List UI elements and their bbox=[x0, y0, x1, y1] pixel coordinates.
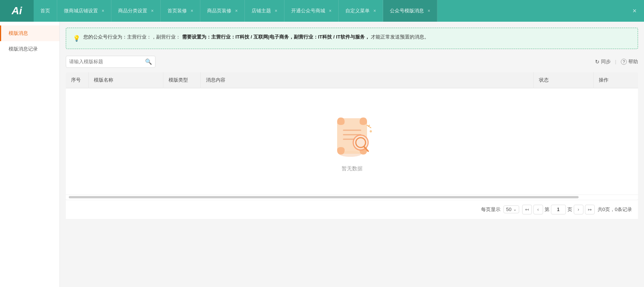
toolbar-divider: | bbox=[615, 59, 616, 64]
sidebar-item-template-message[interactable]: 模版消息 bbox=[0, 25, 59, 41]
close-all-tabs-button[interactable]: × bbox=[625, 7, 644, 15]
notice-banner: 💡 您的公众号行业为：主营行业：，副营行业： 需要设置为：主营行业：IT科技 /… bbox=[66, 28, 638, 49]
sidebar-item-template-message-record[interactable]: 模版消息记录 bbox=[0, 41, 59, 57]
col-status: 状态 bbox=[533, 72, 593, 88]
chevron-down-icon: ⌄ bbox=[513, 207, 517, 212]
page-label-suffix: 页 bbox=[567, 206, 572, 213]
col-name: 模版名称 bbox=[88, 72, 163, 88]
page-nav: ↤ ‹ 第 页 › ↦ bbox=[522, 205, 595, 214]
empty-state: 暂无数据 bbox=[66, 88, 638, 195]
tab-open-mall[interactable]: 开通公众号商城 × bbox=[284, 0, 339, 22]
sidebar: 模版消息 模版消息记录 bbox=[0, 22, 60, 287]
col-content: 消息内容 bbox=[200, 72, 533, 88]
search-icon[interactable]: 🔍 bbox=[145, 58, 152, 65]
col-type: 模版类型 bbox=[163, 72, 200, 88]
page-size-value: 50 bbox=[506, 207, 511, 212]
svg-point-9 bbox=[370, 130, 372, 132]
tab-close-home-decoration[interactable]: × bbox=[191, 8, 193, 13]
tab-shop-settings[interactable]: 微商城店铺设置 × bbox=[57, 0, 111, 22]
tab-close-template-message[interactable]: × bbox=[428, 8, 430, 13]
data-table: 序号 模版名称 模版类型 消息内容 状态 操作 bbox=[66, 72, 638, 200]
tab-close-product-decoration[interactable]: × bbox=[235, 8, 238, 13]
first-page-button[interactable]: ↤ bbox=[522, 205, 532, 214]
tab-bar: Ai 首页 微商城店铺设置 × 商品分类设置 × 首页装修 × 商品页装修 × … bbox=[0, 0, 644, 22]
next-page-button[interactable]: › bbox=[574, 205, 583, 214]
empty-state-row: 暂无数据 bbox=[66, 88, 638, 200]
sync-icon: ↻ bbox=[595, 59, 600, 65]
page-size-select[interactable]: 50 ⌄ bbox=[503, 205, 519, 213]
search-box: 🔍 bbox=[66, 56, 155, 68]
tab-home[interactable]: 首页 bbox=[34, 0, 57, 22]
tab-custom-menu[interactable]: 自定义菜单 × bbox=[339, 0, 383, 22]
notice-prefix: 您的公众号行业为：主营行业：，副营行业： bbox=[83, 34, 181, 40]
tab-template-message[interactable]: 公众号模版消息 × bbox=[383, 0, 437, 22]
tab-product-decoration[interactable]: 商品页装修 × bbox=[200, 0, 245, 22]
help-button[interactable]: ? 帮助 bbox=[621, 58, 638, 65]
tab-close-shop-settings[interactable]: × bbox=[102, 8, 104, 13]
scroll-track[interactable] bbox=[66, 195, 638, 200]
notice-suffix: 才能正常发送预置的消息。 bbox=[371, 34, 429, 40]
total-info: 共0页，0条记录 bbox=[598, 206, 632, 213]
main-content: 💡 您的公众号行业为：主营行业：，副营行业： 需要设置为：主营行业：IT科技 /… bbox=[60, 22, 644, 287]
scroll-thumb bbox=[69, 196, 579, 198]
prev-page-button[interactable]: ‹ bbox=[533, 205, 543, 214]
tab-home-decoration[interactable]: 首页装修 × bbox=[161, 0, 200, 22]
col-action: 操作 bbox=[593, 72, 638, 88]
page-label-prefix: 第 bbox=[545, 206, 549, 213]
tab-close-category-settings[interactable]: × bbox=[151, 8, 154, 13]
tab-close-custom-menu[interactable]: × bbox=[373, 8, 376, 13]
main-layout: 模版消息 模版消息记录 💡 您的公众号行业为：主营行业：，副营行业： 需要设置为… bbox=[0, 22, 644, 287]
col-index: 序号 bbox=[66, 72, 88, 88]
page-size-label: 每页显示 bbox=[481, 206, 500, 213]
tab-close-store-theme[interactable]: × bbox=[275, 8, 277, 13]
toolbar: 🔍 ↻ 同步 | ? 帮助 bbox=[66, 56, 638, 68]
tab-store-theme[interactable]: 店铺主题 × bbox=[245, 0, 284, 22]
tab-category-settings[interactable]: 商品分类设置 × bbox=[111, 0, 161, 22]
notice-highlight: 需要设置为：主营行业：IT科技 / 互联网|电子商务，副营行业：IT科技 / I… bbox=[182, 34, 370, 40]
help-icon: ? bbox=[621, 59, 627, 65]
toolbar-right: ↻ 同步 | ? 帮助 bbox=[595, 58, 638, 65]
tab-close-open-mall[interactable]: × bbox=[329, 8, 332, 13]
empty-illustration bbox=[328, 111, 376, 159]
last-page-button[interactable]: ↦ bbox=[585, 205, 595, 214]
app-logo: Ai bbox=[0, 0, 34, 22]
notice-icon: 💡 bbox=[73, 34, 80, 43]
page-input[interactable] bbox=[551, 205, 566, 214]
pagination: 每页显示 50 ⌄ ↤ ‹ 第 页 › ↦ 共0页，0条记录 bbox=[66, 200, 638, 219]
sync-button[interactable]: ↻ 同步 bbox=[595, 58, 611, 65]
empty-state-text: 暂无数据 bbox=[342, 165, 363, 172]
table-header-row: 序号 模版名称 模版类型 消息内容 状态 操作 bbox=[66, 72, 638, 88]
search-input[interactable] bbox=[69, 59, 145, 64]
